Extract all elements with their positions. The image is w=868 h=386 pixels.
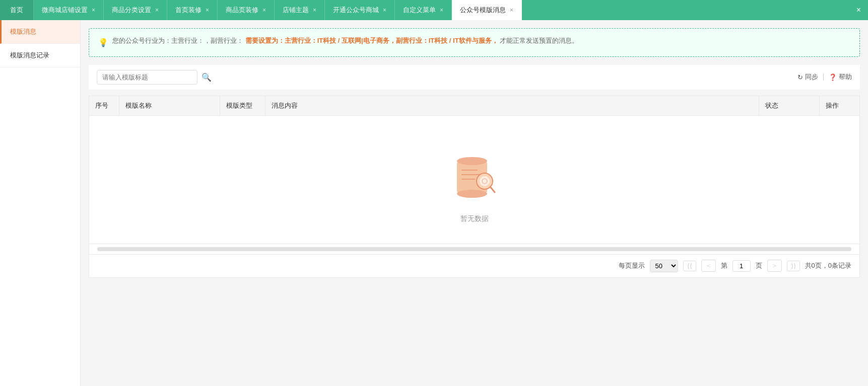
tab-theme-label: 店铺主题 [283,6,309,15]
tab-bar-close-all[interactable]: × [849,0,868,20]
tab-custommenu-label: 自定义菜单 [403,6,436,15]
svg-point-2 [457,157,487,165]
sidebar-item-template-msg-record-label: 模版消息记录 [10,51,49,59]
search-bar: 🔍 ↻ 同步 ❓ 帮助 [89,65,860,90]
tab-templatemsg[interactable]: 公众号模版消息 × [452,0,522,20]
page-first-button[interactable]: ⟨⟨ [683,261,696,271]
tab-weishop-close[interactable]: × [92,7,95,14]
tab-category[interactable]: 商品分类设置 × [104,0,167,20]
page-total: 共0页，0条记录 [805,261,851,270]
tab-custommenu[interactable]: 自定义菜单 × [395,0,452,20]
search-divider [823,73,824,81]
tab-productpage-label: 商品页装修 [226,6,258,15]
page-size-select[interactable]: 50 10 20 100 [650,260,678,272]
col-index: 序号 [89,96,119,115]
sidebar: 模版消息 模版消息记录 [0,20,81,386]
help-icon: ❓ [829,73,837,81]
tab-category-close[interactable]: × [155,7,159,14]
empty-state: 暂无数据 [89,116,860,244]
tab-theme[interactable]: 店铺主题 × [275,0,325,20]
search-button[interactable]: 🔍 [202,72,212,82]
tab-productpage-close[interactable]: × [262,7,266,14]
sync-button[interactable]: ↻ 同步 [797,72,818,82]
tab-category-label: 商品分类设置 [112,6,151,15]
tab-openpublic-close[interactable]: × [383,7,386,14]
notice-highlight: 需要设置为：主营行业：IT科技 / 互联网|电子商务，副营行业：IT科技 / I… [245,37,498,44]
notice-text1: 您的公众号行业为：主营行业：，副营行业： [112,37,243,44]
pagination-bar: 每页显示 50 10 20 100 ⟨⟨ ＜ 第 页 ＞ ⟩⟩ 共0页，0条记录 [89,255,860,278]
col-status: 状态 [759,96,820,115]
page-input[interactable] [732,260,751,272]
notice-text: 您的公众号行业为：主营行业：，副营行业： 需要设置为：主营行业：IT科技 / 互… [112,36,578,46]
help-button[interactable]: ❓ 帮助 [829,72,852,82]
notice-icon: 💡 [98,36,108,49]
col-name: 模版名称 [119,96,220,115]
tab-weishop-label: 微商城店铺设置 [42,6,88,15]
page-unit: 页 [756,261,762,270]
tab-openpublic[interactable]: 开通公众号商城 × [325,0,395,20]
content-area: 💡 您的公众号行业为：主营行业：，副营行业： 需要设置为：主营行业：IT科技 /… [81,20,868,386]
notice-banner: 💡 您的公众号行业为：主营行业：，副营行业： 需要设置为：主营行业：IT科技 /… [89,28,860,57]
tab-homepage[interactable]: 首页装修 × [167,0,218,20]
col-action: 操作 [820,96,860,115]
data-table: 序号 模版名称 模版类型 消息内容 状态 操作 [89,96,860,116]
search-right: ↻ 同步 ❓ 帮助 [797,72,852,82]
svg-point-8 [480,176,490,186]
tab-templatemsg-label: 公众号模版消息 [460,6,506,15]
scrollbar-area[interactable] [89,244,860,255]
sync-icon: ↻ [797,73,803,81]
col-type: 模版类型 [220,96,265,115]
search-input[interactable] [97,70,197,85]
tab-openpublic-label: 开通公众号商城 [333,6,379,15]
notice-text2: 才能正常发送预置的消息。 [500,37,578,44]
page-last-button[interactable]: ⟩⟩ [787,261,800,271]
tab-homepage-label: 首页装修 [175,6,202,15]
page-label: 第 [721,261,727,270]
search-left: 🔍 [97,70,212,85]
col-content: 消息内容 [265,96,759,115]
page-prev-button[interactable]: ＜ [701,260,716,272]
table-header-row: 序号 模版名称 模版类型 消息内容 状态 操作 [89,96,860,115]
sidebar-item-template-msg-label: 模版消息 [10,28,36,35]
main-layout: 模版消息 模版消息记录 💡 您的公众号行业为：主营行业：，副营行业： 需要设置为… [0,20,868,386]
sidebar-item-template-msg[interactable]: 模版消息 [0,20,80,44]
page-size-label: 每页显示 [619,261,645,270]
help-label: 帮助 [839,72,852,82]
tab-templatemsg-close[interactable]: × [510,7,513,14]
sidebar-item-template-msg-record[interactable]: 模版消息记录 [0,44,80,67]
svg-point-3 [457,190,487,198]
sync-label: 同步 [805,72,818,82]
svg-line-9 [490,187,495,192]
tab-home[interactable]: 首页 [0,0,34,20]
tab-homepage-close[interactable]: × [206,7,209,14]
tab-bar: 首页 微商城店铺设置 × 商品分类设置 × 首页装修 × 商品页装修 × 店铺主… [0,0,868,20]
page-next-button[interactable]: ＞ [767,260,782,272]
tab-theme-close[interactable]: × [313,7,316,14]
empty-illustration [444,146,505,206]
tab-custommenu-close[interactable]: × [440,7,443,14]
empty-text: 暂无数据 [460,214,489,223]
fake-scrollbar[interactable] [97,247,851,251]
tab-productpage[interactable]: 商品页装修 × [218,0,275,20]
tab-weishop[interactable]: 微商城店铺设置 × [34,0,104,20]
search-icon: 🔍 [202,73,212,82]
tab-home-label: 首页 [10,6,23,15]
